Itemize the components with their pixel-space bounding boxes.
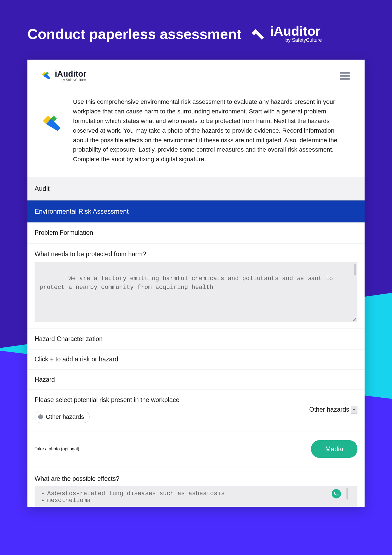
- app-logo: iAuditor by SafetyCulture: [41, 69, 86, 82]
- row-add-risk[interactable]: Click + to add a risk or hazard: [27, 350, 365, 370]
- app-byline: by SafetyCulture: [61, 78, 86, 82]
- effects-textarea[interactable]: Asbestos-related lung diseases such as a…: [35, 486, 357, 507]
- take-photo-label: Take a photo (optional): [35, 447, 79, 451]
- resize-handle-icon[interactable]: [353, 317, 356, 321]
- section-title[interactable]: Environmental Risk Assessment: [27, 200, 365, 222]
- banner-brand: iAuditor: [270, 25, 322, 38]
- effects-label: What are the possible effects?: [35, 475, 357, 483]
- risk-chip-label: Other hazards: [46, 413, 84, 420]
- iauditor-icon: [250, 25, 266, 43]
- row-protect-question: What needs to be protected from harm? We…: [27, 244, 365, 329]
- row-problem-formulation[interactable]: Problem Formulation: [27, 222, 365, 244]
- row-select-risk: Please select potential risk present in …: [27, 390, 365, 431]
- row-hazard-characterization[interactable]: Hazard Characterization: [27, 329, 365, 350]
- section-audit[interactable]: Audit: [27, 177, 365, 200]
- row-effects: What are the possible effects? Asbestos-…: [27, 467, 365, 507]
- row-hazard[interactable]: Hazard: [27, 370, 365, 390]
- iauditor-icon: [41, 111, 64, 135]
- effects-item: Asbestos-related lung diseases such as a…: [47, 490, 352, 497]
- protect-textarea[interactable]: We are a factory emitting harmful chemic…: [35, 262, 357, 322]
- dot-icon: [38, 414, 43, 419]
- page-banner: Conduct paperless assessment iAuditor by…: [27, 25, 365, 43]
- protect-textarea-value: We are a factory emitting harmful chemic…: [40, 275, 337, 291]
- assessment-title: Environmental Risk Assessment: [35, 208, 129, 215]
- protect-question-label: What needs to be protected from harm?: [35, 250, 357, 258]
- chevron-down-icon: [351, 406, 357, 414]
- audit-label: Audit: [35, 185, 50, 192]
- effects-item: mesothelioma: [47, 497, 352, 504]
- hazard-characterization-label: Hazard Characterization: [35, 335, 103, 342]
- banner-title: Conduct paperless assessment: [27, 26, 241, 42]
- add-risk-hint: Click + to add a risk or hazard: [35, 356, 118, 363]
- app-card: iAuditor by SafetyCulture Use this compr…: [27, 60, 365, 507]
- scrollbar-icon[interactable]: [354, 264, 356, 275]
- app-brand: iAuditor: [55, 70, 86, 78]
- iauditor-icon: [41, 69, 52, 82]
- hazard-label: Hazard: [35, 376, 55, 383]
- media-button[interactable]: Media: [311, 440, 357, 458]
- risk-dropdown[interactable]: Other hazards: [309, 406, 357, 414]
- scrollbar-icon[interactable]: [346, 488, 348, 500]
- intro-description: Use this comprehensive environmental ris…: [73, 97, 351, 164]
- select-risk-label: Please select potential risk present in …: [35, 396, 304, 404]
- banner-byline: by SafetyCulture: [285, 37, 322, 43]
- banner-logo: iAuditor by SafetyCulture: [250, 25, 322, 43]
- risk-chip[interactable]: Other hazards: [35, 411, 90, 423]
- row-take-photo: Take a photo (optional) Media: [27, 431, 365, 467]
- menu-icon[interactable]: [338, 71, 351, 81]
- risk-dropdown-value: Other hazards: [309, 406, 349, 413]
- problem-formulation-label: Problem Formulation: [35, 229, 93, 236]
